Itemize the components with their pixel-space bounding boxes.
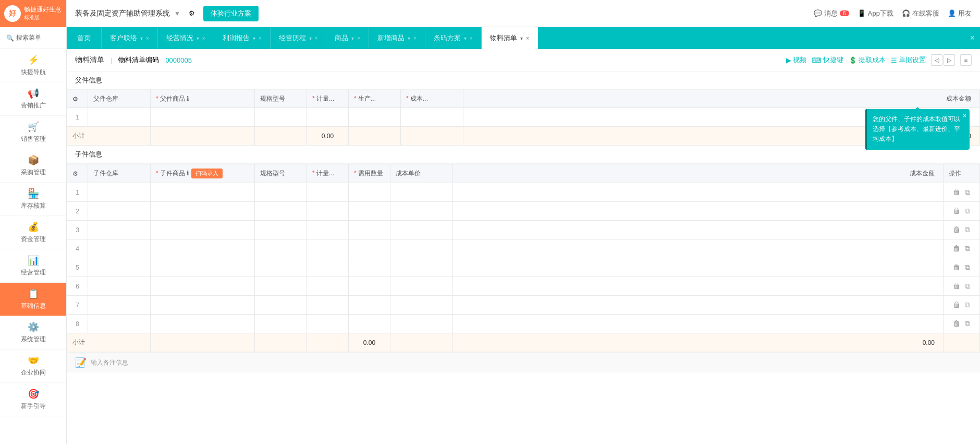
sidebar-search[interactable]: 🔍 搜索菜单 [0, 27, 66, 49]
sidebar-item-operation[interactable]: 📊 经营管理 [0, 249, 66, 283]
child-unit-price-8[interactable] [390, 315, 453, 333]
tab-close-icon[interactable]: × [259, 35, 262, 41]
child-spec-5[interactable] [255, 258, 307, 277]
child-spec-4[interactable] [255, 239, 307, 258]
delete-row-8-button[interactable]: 🗑 [951, 319, 962, 328]
child-unit-8[interactable] [307, 315, 349, 333]
parent-unit-1[interactable] [307, 108, 349, 127]
child-unit-6[interactable] [307, 277, 349, 296]
child-quantity-5[interactable] [349, 258, 390, 277]
tab-close-icon[interactable]: × [202, 35, 205, 41]
child-product-4[interactable] [151, 239, 255, 258]
tab-close-icon[interactable]: × [470, 35, 473, 41]
sidebar-item-inventory[interactable]: 🏪 库存核算 [0, 183, 66, 216]
delete-row-1-button[interactable]: 🗑 [951, 188, 962, 196]
parent-product-1[interactable] [151, 108, 255, 127]
copy-row-7-button[interactable]: ⧉ [963, 301, 972, 309]
next-record-button[interactable]: ▷ [944, 54, 955, 66]
shortcut-action[interactable]: ⌨ 快捷键 [812, 55, 843, 65]
tab-operation-status[interactable]: 经营情况 ▾ × [158, 27, 214, 49]
child-cost-amount-3[interactable] [453, 221, 944, 239]
copy-row-2-button[interactable]: ⧉ [963, 207, 972, 215]
child-spec-6[interactable] [255, 277, 307, 296]
child-cost-amount-1[interactable] [453, 183, 944, 202]
child-unit-price-1[interactable] [390, 183, 453, 202]
copy-row-3-button[interactable]: ⧉ [963, 225, 972, 234]
tab-close-icon[interactable]: × [315, 35, 318, 41]
parent-spec-1[interactable] [255, 108, 307, 127]
tab-close-icon[interactable]: × [146, 35, 149, 41]
child-warehouse-7[interactable] [88, 296, 151, 315]
child-unit-4[interactable] [307, 239, 349, 258]
copy-row-6-button[interactable]: ⧉ [963, 282, 972, 290]
sidebar-item-sales[interactable]: 🛒 销售管理 [0, 116, 66, 149]
child-warehouse-3[interactable] [88, 221, 151, 239]
child-quantity-1[interactable] [349, 183, 390, 202]
tab-customer[interactable]: 客户联络 ▾ × [102, 27, 158, 49]
parent-col-settings[interactable]: ⚙ [67, 90, 88, 108]
delete-row-2-button[interactable]: 🗑 [951, 207, 962, 215]
experience-button[interactable]: 体验行业方案 [203, 6, 259, 21]
dropdown-arrow-icon[interactable]: ▼ [174, 10, 180, 17]
scan-input-button[interactable]: 扫码录入 [191, 169, 223, 178]
sidebar-item-enterprise[interactable]: 🤝 企业协同 [0, 350, 66, 383]
child-unit-price-2[interactable] [390, 202, 453, 221]
child-unit-price-5[interactable] [390, 258, 453, 277]
child-warehouse-5[interactable] [88, 258, 151, 277]
copy-row-1-button[interactable]: ⧉ [963, 188, 972, 196]
child-spec-8[interactable] [255, 315, 307, 333]
tab-home[interactable]: 首页 [67, 27, 102, 49]
child-product-1[interactable] [151, 183, 255, 202]
settings-button[interactable]: ⚙ [185, 7, 199, 19]
user-action[interactable]: 👤 用友 [948, 9, 972, 18]
child-cost-amount-6[interactable] [453, 277, 944, 296]
sidebar-item-purchase[interactable]: 📦 采购管理 [0, 149, 66, 183]
child-unit-2[interactable] [307, 202, 349, 221]
tab-new-product[interactable]: 新增商品 ▾ × [369, 27, 425, 49]
tab-barcode[interactable]: 条码方案 ▾ × [425, 27, 482, 49]
child-unit-price-4[interactable] [390, 239, 453, 258]
copy-row-8-button[interactable]: ⧉ [963, 319, 972, 328]
sidebar-item-system[interactable]: ⚙️ 系统管理 [0, 316, 66, 350]
child-unit-price-6[interactable] [390, 277, 453, 296]
add-note-text[interactable]: 输入备注信息 [91, 358, 128, 367]
parent-cost-1[interactable] [401, 108, 463, 127]
child-product-7[interactable] [151, 296, 255, 315]
child-unit-price-3[interactable] [390, 221, 453, 239]
child-cost-amount-7[interactable] [453, 296, 944, 315]
single-setting-action[interactable]: ☰ 单据设置 [891, 55, 926, 65]
tab-profit[interactable]: 利润报告 ▾ × [214, 27, 271, 49]
delete-row-4-button[interactable]: 🗑 [951, 244, 962, 253]
child-cost-amount-8[interactable] [453, 315, 944, 333]
child-spec-7[interactable] [255, 296, 307, 315]
online-service-action[interactable]: 🎧 在线客服 [902, 9, 939, 18]
child-quantity-6[interactable] [349, 277, 390, 296]
delete-row-6-button[interactable]: 🗑 [951, 282, 962, 290]
child-warehouse-1[interactable] [88, 183, 151, 202]
tab-history[interactable]: 经营历程 ▾ × [271, 27, 327, 49]
child-quantity-4[interactable] [349, 239, 390, 258]
tab-close-icon[interactable]: × [357, 35, 360, 41]
child-cost-amount-4[interactable] [453, 239, 944, 258]
child-col-settings[interactable]: ⚙ [67, 164, 88, 183]
child-warehouse-4[interactable] [88, 239, 151, 258]
copy-row-4-button[interactable]: ⧉ [963, 244, 972, 253]
menu-button[interactable]: ≡ [960, 54, 972, 66]
parent-warehouse-1[interactable] [88, 108, 151, 127]
tab-product[interactable]: 商品 ▾ × [326, 27, 369, 49]
sidebar-item-guide[interactable]: 🎯 新手引导 [0, 383, 66, 416]
child-unit-price-7[interactable] [390, 296, 453, 315]
child-product-8[interactable] [151, 315, 255, 333]
sidebar-item-finance[interactable]: 💰 资金管理 [0, 216, 66, 249]
child-warehouse-6[interactable] [88, 277, 151, 296]
child-product-6[interactable] [151, 277, 255, 296]
delete-row-5-button[interactable]: 🗑 [951, 263, 962, 271]
child-quantity-7[interactable] [349, 296, 390, 315]
close-all-tabs-button[interactable]: × [965, 33, 980, 43]
tab-bom[interactable]: 物料清单 ▾ × [482, 27, 538, 49]
child-product-3[interactable] [151, 221, 255, 239]
child-warehouse-8[interactable] [88, 315, 151, 333]
child-spec-2[interactable] [255, 202, 307, 221]
child-quantity-3[interactable] [349, 221, 390, 239]
tooltip-close-button[interactable]: × [963, 111, 966, 121]
